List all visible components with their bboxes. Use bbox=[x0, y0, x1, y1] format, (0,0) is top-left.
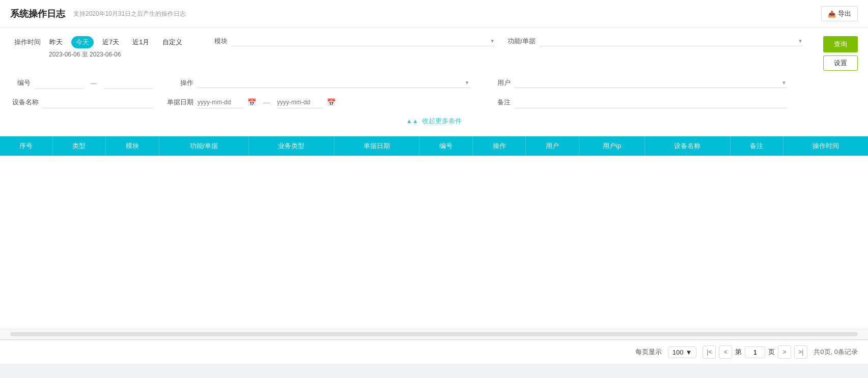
settings-button[interactable]: 设置 bbox=[823, 55, 858, 71]
device-label: 设备名称 bbox=[10, 98, 39, 107]
col-type: 类型 bbox=[52, 136, 105, 156]
page-next-btn[interactable]: > bbox=[778, 345, 791, 359]
pagination-controls: |< < 第 页 > >| bbox=[703, 345, 807, 359]
per-page-dropdown-icon: ▼ bbox=[685, 348, 692, 356]
col-operation: 操作 bbox=[472, 136, 525, 156]
user-label: 用户 bbox=[480, 78, 511, 88]
function-filter: 功能/单据 ▼ bbox=[505, 36, 803, 46]
col-code: 编号 bbox=[419, 136, 472, 156]
operation-label: 操作 bbox=[163, 78, 193, 88]
collapse-icon: ▲▲ bbox=[406, 118, 418, 125]
remark-input[interactable] bbox=[515, 96, 787, 108]
user-dropdown-icon: ▼ bbox=[781, 80, 787, 85]
code-separator: — bbox=[91, 79, 97, 87]
device-input[interactable] bbox=[43, 96, 153, 108]
user-filter: 用户 ▼ bbox=[480, 78, 787, 88]
time-filter-label: 操作时间 bbox=[10, 38, 41, 47]
per-page-label: 每页显示 bbox=[635, 347, 662, 357]
operation-dropdown-icon: ▼ bbox=[465, 80, 470, 85]
col-function: 功能/单据 bbox=[159, 136, 248, 156]
code-input-start[interactable] bbox=[35, 77, 83, 89]
horizontal-scrollbar[interactable] bbox=[10, 332, 858, 336]
col-voucher-date: 单据日期 bbox=[334, 136, 419, 156]
per-page-select[interactable]: 100 ▼ bbox=[668, 346, 697, 358]
col-seq: 序号 bbox=[0, 136, 52, 156]
time-range-text: 2023-06-06 至 2023-06-06 bbox=[49, 51, 121, 58]
footer-bar: 每页显示 100 ▼ |< < 第 页 > >| 共0页, 0条记录 bbox=[0, 340, 868, 364]
col-remark: 备注 bbox=[730, 136, 783, 156]
query-button[interactable]: 查询 bbox=[823, 36, 858, 52]
export-button[interactable]: 📤 导出 bbox=[821, 6, 858, 21]
data-table: 序号 类型 模块 功能/单据 业务类型 单据日期 编号 操作 用户 用户ip 设… bbox=[0, 136, 868, 156]
time-btn-today[interactable]: 今天 bbox=[71, 36, 94, 48]
page-label: 第 bbox=[735, 347, 742, 357]
device-filter: 设备名称 bbox=[10, 96, 153, 108]
code-filter: 编号 — bbox=[10, 77, 153, 89]
voucher-date-filter: 单据日期 📅 — 📅 bbox=[163, 97, 470, 108]
page-prev-btn[interactable]: < bbox=[719, 345, 732, 359]
col-device: 设备名称 bbox=[645, 136, 730, 156]
page-title: 系统操作日志 bbox=[10, 8, 65, 20]
remark-label: 备注 bbox=[480, 98, 511, 107]
table-header: 序号 类型 模块 功能/单据 业务类型 单据日期 编号 操作 用户 用户ip 设… bbox=[0, 136, 868, 156]
filter-section: 操作时间 昨天 今天 近7天 近1月 自定义 2023-06-06 至 2023… bbox=[0, 28, 868, 136]
page-header: 系统操作日志 支持2020年10月31日之后产生的操作日志 📤 导出 bbox=[0, 0, 868, 28]
date-start-input[interactable] bbox=[198, 97, 243, 108]
module-filter: 模块 ▼ bbox=[197, 36, 495, 46]
calendar-end-icon[interactable]: 📅 bbox=[327, 98, 335, 106]
export-icon: 📤 bbox=[828, 10, 836, 18]
module-dropdown-icon: ▼ bbox=[490, 38, 495, 44]
time-options: 昨天 今天 近7天 近1月 自定义 bbox=[45, 36, 187, 48]
table-header-row: 序号 类型 模块 功能/单据 业务类型 单据日期 编号 操作 用户 用户ip 设… bbox=[0, 136, 868, 156]
page-input[interactable] bbox=[745, 346, 765, 358]
col-user: 用户 bbox=[526, 136, 579, 156]
col-op-time: 操作时间 bbox=[783, 136, 868, 156]
page-unit: 页 bbox=[768, 347, 775, 357]
time-btn-1month[interactable]: 近1月 bbox=[128, 36, 154, 48]
code-input-end[interactable] bbox=[104, 77, 153, 89]
date-separator: — bbox=[263, 99, 270, 106]
page-first-btn[interactable]: |< bbox=[703, 345, 716, 359]
time-btn-custom[interactable]: 自定义 bbox=[158, 36, 187, 48]
empty-area bbox=[0, 156, 868, 329]
module-label: 模块 bbox=[197, 37, 228, 46]
function-dropdown-icon: ▼ bbox=[798, 38, 803, 44]
col-module: 模块 bbox=[106, 136, 159, 156]
col-biz-type: 业务类型 bbox=[249, 136, 334, 156]
time-btn-7days[interactable]: 近7天 bbox=[98, 36, 124, 48]
export-label: 导出 bbox=[838, 9, 851, 18]
remark-filter: 备注 bbox=[480, 96, 787, 108]
per-page-value: 100 bbox=[673, 348, 684, 356]
col-user-ip: 用户ip bbox=[579, 136, 645, 156]
function-select[interactable]: ▼ bbox=[540, 36, 803, 46]
page-subtitle: 支持2020年10月31日之后产生的操作日志 bbox=[73, 10, 186, 18]
voucher-date-label: 单据日期 bbox=[163, 98, 193, 107]
page-last-btn[interactable]: >| bbox=[794, 345, 807, 359]
module-select[interactable]: ▼ bbox=[232, 36, 495, 46]
table-section: 序号 类型 模块 功能/单据 业务类型 单据日期 编号 操作 用户 用户ip 设… bbox=[0, 136, 868, 329]
total-info: 共0页, 0条记录 bbox=[814, 347, 858, 357]
collapse-label: 收起更多条件 bbox=[422, 117, 462, 125]
action-buttons: 查询 设置 bbox=[823, 36, 858, 71]
user-select[interactable]: ▼ bbox=[515, 78, 787, 88]
time-btn-yesterday[interactable]: 昨天 bbox=[45, 36, 67, 48]
function-label: 功能/单据 bbox=[505, 37, 536, 46]
collapse-bar[interactable]: ▲▲ 收起更多条件 bbox=[10, 113, 858, 131]
calendar-start-icon[interactable]: 📅 bbox=[247, 98, 256, 106]
date-end-input[interactable] bbox=[277, 97, 323, 108]
operation-select[interactable]: ▼ bbox=[198, 78, 470, 88]
code-label: 编号 bbox=[10, 78, 31, 88]
operation-filter: 操作 ▼ bbox=[163, 78, 470, 88]
